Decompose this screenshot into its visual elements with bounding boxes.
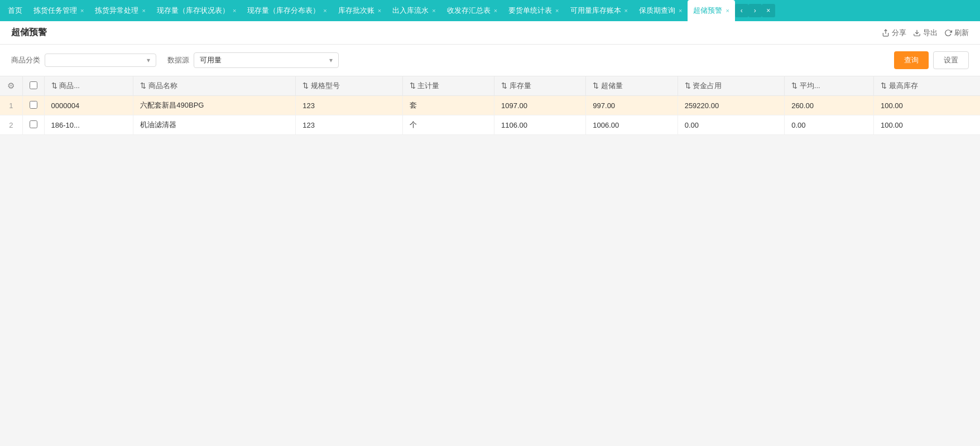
close-icon[interactable]: ×: [233, 7, 236, 14]
nav-overstock-warning[interactable]: 超储预警 ×: [688, 0, 734, 21]
nav-abnormal[interactable]: 拣货异常处理 ×: [89, 0, 151, 21]
col-overstock: ⇅ 超储量: [586, 76, 678, 96]
nav-inventory-dist[interactable]: 现存量（库存分布表） ×: [242, 0, 332, 21]
unit: 个: [402, 115, 494, 135]
close-icon[interactable]: ×: [80, 7, 84, 14]
product-code: 186-10...: [44, 115, 133, 135]
close-icon[interactable]: ×: [142, 7, 145, 14]
top-nav: 首页 拣货任务管理 × 拣货异常处理 × 现存量（库存状况表） × 现存量（库存…: [0, 0, 980, 21]
row-number: 1: [0, 96, 22, 115]
chevron-down-icon: ▾: [329, 56, 333, 64]
row-checkbox-cell: [22, 96, 44, 115]
product-code: 0000004: [44, 96, 133, 115]
category-select[interactable]: ▾: [45, 54, 156, 67]
nav-order-stats[interactable]: 要货单统计表 ×: [503, 0, 564, 21]
row-checkbox[interactable]: [30, 101, 37, 109]
chevron-down-icon: ▾: [147, 56, 150, 64]
sort-icon[interactable]: ⇅: [791, 81, 798, 90]
col-stock: ⇅ 库存量: [494, 76, 586, 96]
nav-arrow-left[interactable]: ‹: [735, 4, 748, 17]
datasource-filter: 数据源 可用量 ▾: [167, 52, 339, 68]
close-icon[interactable]: ×: [679, 7, 682, 14]
avg: 0.00: [785, 115, 874, 135]
max-stock: 100.00: [873, 115, 980, 135]
sort-icon[interactable]: ⇅: [685, 81, 691, 90]
table-container: ⚙ ⇅ 商品... ⇅ 商品名称 ⇅ 规格型号 ⇅: [0, 76, 980, 135]
nav-available-ledger[interactable]: 可用量库存账本 ×: [565, 0, 633, 21]
sort-icon[interactable]: ⇅: [881, 81, 887, 90]
nav-collect-summary[interactable]: 收发存汇总表 ×: [441, 0, 503, 21]
col-checkbox: [22, 76, 44, 96]
share-button[interactable]: 分享: [882, 28, 906, 38]
datasource-select[interactable]: 可用量 ▾: [194, 52, 339, 68]
settings-button[interactable]: 设置: [933, 51, 969, 69]
spec: 123: [296, 115, 403, 135]
close-icon[interactable]: ×: [432, 7, 435, 14]
close-icon[interactable]: ×: [624, 7, 628, 14]
close-icon[interactable]: ×: [323, 7, 326, 14]
close-icon[interactable]: ×: [494, 7, 497, 14]
nav-inventory-status[interactable]: 现存量（库存状况表） ×: [151, 0, 242, 21]
table-header-row: ⚙ ⇅ 商品... ⇅ 商品名称 ⇅ 规格型号 ⇅: [0, 76, 980, 96]
sort-icon[interactable]: ⇅: [51, 81, 57, 90]
sort-icon[interactable]: ⇅: [140, 81, 146, 90]
filter-bar: 商品分类 ▾ 数据源 可用量 ▾ 查询 设置: [0, 45, 980, 76]
col-settings: ⚙: [0, 76, 22, 96]
max-stock: 100.00: [873, 96, 980, 115]
table-row: 1 0000004 六配套新昌490BPG 123 套 1097.00 997.…: [0, 96, 980, 115]
category-label: 商品分类: [11, 55, 40, 65]
col-product-name: ⇅ 商品名称: [133, 76, 296, 96]
nav-arrow-more[interactable]: ×: [762, 4, 775, 17]
refresh-icon: [944, 29, 952, 37]
overstock: 1006.00: [586, 115, 678, 135]
close-icon[interactable]: ×: [555, 7, 559, 14]
product-name: 机油滤清器: [133, 115, 296, 135]
overstock-table: ⚙ ⇅ 商品... ⇅ 商品名称 ⇅ 规格型号 ⇅: [0, 76, 980, 135]
page-title: 超储预警: [11, 27, 47, 38]
avg: 260.00: [785, 96, 874, 115]
select-all-checkbox[interactable]: [30, 81, 37, 89]
sort-icon[interactable]: ⇅: [410, 81, 416, 90]
unit: 套: [402, 96, 494, 115]
table-body: 1 0000004 六配套新昌490BPG 123 套 1097.00 997.…: [0, 96, 980, 135]
gear-icon[interactable]: ⚙: [7, 81, 15, 90]
category-filter: 商品分类 ▾: [11, 54, 156, 67]
col-capital: ⇅ 资金占用: [678, 76, 785, 96]
table-row: 2 186-10... 机油滤清器 123 个 1106.00 1006.00 …: [0, 115, 980, 135]
overstock: 997.00: [586, 96, 678, 115]
nav-quality-check[interactable]: 保质期查询 ×: [633, 0, 688, 21]
nav-arrow-right[interactable]: ›: [748, 4, 762, 17]
row-checkbox-cell: [22, 115, 44, 135]
nav-task-mgmt[interactable]: 拣货任务管理 ×: [28, 0, 89, 21]
filter-actions: 查询 设置: [894, 51, 969, 69]
refresh-button[interactable]: 刷新: [944, 28, 969, 38]
col-unit: ⇅ 主计量: [402, 76, 494, 96]
capital: 259220.00: [678, 96, 785, 115]
page-header: 超储预警 分享 导出 刷新: [0, 21, 980, 45]
sort-icon[interactable]: ⇅: [302, 81, 309, 90]
datasource-value: 可用量: [200, 55, 222, 65]
query-button[interactable]: 查询: [894, 51, 929, 69]
stock: 1097.00: [494, 96, 586, 115]
datasource-label: 数据源: [167, 55, 189, 65]
close-icon[interactable]: ×: [726, 7, 729, 14]
close-icon[interactable]: ×: [378, 7, 381, 14]
sort-icon[interactable]: ⇅: [593, 81, 599, 90]
share-icon: [882, 29, 890, 37]
capital: 0.00: [678, 115, 785, 135]
sort-icon[interactable]: ⇅: [501, 81, 507, 90]
nav-inout-flow[interactable]: 出入库流水 ×: [387, 0, 441, 21]
col-product-code: ⇅ 商品...: [44, 76, 133, 96]
spec: 123: [296, 96, 403, 115]
col-avg: ⇅ 平均...: [785, 76, 874, 96]
nav-home[interactable]: 首页: [2, 0, 28, 21]
col-max-stock: ⇅ 最高库存: [873, 76, 980, 96]
export-button[interactable]: 导出: [913, 28, 938, 38]
row-number: 2: [0, 115, 22, 135]
nav-batch[interactable]: 库存批次账 ×: [333, 0, 387, 21]
row-checkbox[interactable]: [30, 120, 37, 128]
export-icon: [913, 29, 921, 37]
header-actions: 分享 导出 刷新: [882, 28, 969, 38]
stock: 1106.00: [494, 115, 586, 135]
product-name: 六配套新昌490BPG: [133, 96, 296, 115]
